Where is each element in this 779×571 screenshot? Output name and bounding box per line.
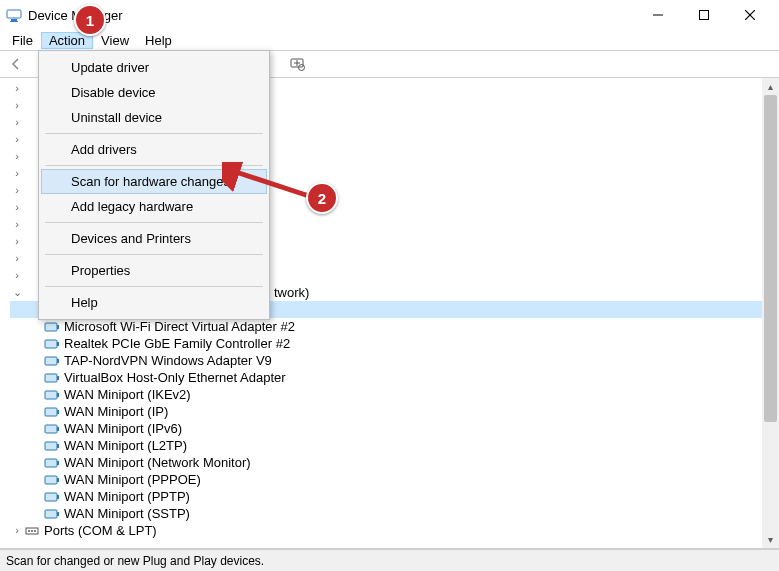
expander-icon[interactable] (10, 250, 24, 267)
svg-rect-25 (45, 442, 57, 450)
svg-rect-4 (700, 11, 709, 20)
menu-separator (45, 165, 263, 166)
menubar: File Action View Help (0, 30, 779, 50)
expander-icon[interactable] (10, 97, 24, 114)
expander-icon[interactable] (10, 114, 24, 131)
menu-properties[interactable]: Properties (41, 258, 267, 283)
tree-label: Microsoft Wi-Fi Direct Virtual Adapter #… (64, 318, 295, 335)
svg-rect-16 (57, 359, 59, 363)
svg-rect-27 (45, 459, 57, 467)
expander-icon[interactable] (10, 267, 24, 284)
scroll-thumb[interactable] (764, 95, 777, 422)
network-adapter-icon (44, 438, 60, 454)
action-menu-dropdown: Update driver Disable device Uninstall d… (38, 50, 270, 320)
tree-item[interactable]: Microsoft Wi-Fi Direct Virtual Adapter #… (10, 318, 779, 335)
tree-item[interactable]: WAN Miniport (SSTP) (10, 505, 779, 522)
network-adapter-icon (44, 336, 60, 352)
svg-rect-2 (10, 21, 18, 22)
svg-rect-29 (45, 476, 57, 484)
expander-icon[interactable] (10, 80, 24, 97)
scan-hardware-icon[interactable] (285, 53, 309, 75)
menu-separator (45, 133, 263, 134)
svg-rect-21 (45, 408, 57, 416)
svg-rect-33 (45, 510, 57, 518)
menu-help[interactable]: Help (41, 290, 267, 315)
tree-item[interactable]: Realtek PCIe GbE Family Controller #2 (10, 335, 779, 352)
tree-label: WAN Miniport (L2TP) (64, 437, 187, 454)
tree-label: twork) (274, 284, 309, 301)
tree-label: WAN Miniport (PPPOE) (64, 471, 201, 488)
svg-rect-31 (45, 493, 57, 501)
svg-rect-1 (11, 19, 17, 21)
menu-update-driver[interactable]: Update driver (41, 55, 267, 80)
network-adapter-icon (44, 421, 60, 437)
status-text: Scan for changed or new Plug and Play de… (6, 554, 264, 568)
menu-view[interactable]: View (93, 32, 137, 49)
tree-label: WAN Miniport (IPv6) (64, 420, 182, 437)
svg-rect-28 (57, 461, 59, 465)
scroll-up-button[interactable]: ▴ (762, 78, 779, 95)
menu-devices-and-printers[interactable]: Devices and Printers (41, 226, 267, 251)
tree-label: TAP-NordVPN Windows Adapter V9 (64, 352, 272, 369)
svg-rect-34 (57, 512, 59, 516)
expander-icon[interactable] (10, 216, 24, 233)
network-adapter-icon (44, 370, 60, 386)
annotation-badge-1: 1 (74, 4, 106, 36)
tree-item[interactable]: VirtualBox Host-Only Ethernet Adapter (10, 369, 779, 386)
tree-label: WAN Miniport (IKEv2) (64, 386, 191, 403)
svg-rect-24 (57, 427, 59, 431)
svg-rect-18 (57, 376, 59, 380)
tree-category-ports[interactable]: Ports (COM & LPT) (10, 522, 779, 539)
tree-item[interactable]: WAN Miniport (Network Monitor) (10, 454, 779, 471)
vertical-scrollbar[interactable]: ▴ ▾ (762, 78, 779, 548)
ports-icon (24, 523, 40, 539)
scroll-track[interactable] (762, 95, 779, 531)
network-adapter-icon (44, 353, 60, 369)
tree-item[interactable]: WAN Miniport (IKEv2) (10, 386, 779, 403)
menu-add-legacy-hardware[interactable]: Add legacy hardware (41, 194, 267, 219)
statusbar: Scan for changed or new Plug and Play de… (0, 549, 779, 571)
tree-item[interactable]: WAN Miniport (PPPOE) (10, 471, 779, 488)
menu-scan-hardware-changes[interactable]: Scan for hardware changes (41, 169, 267, 194)
menu-disable-device[interactable]: Disable device (41, 80, 267, 105)
expander-icon[interactable] (10, 148, 24, 165)
expander-icon[interactable] (10, 233, 24, 250)
menu-file[interactable]: File (4, 32, 41, 49)
menu-add-drivers[interactable]: Add drivers (41, 137, 267, 162)
tree-item[interactable]: TAP-NordVPN Windows Adapter V9 (10, 352, 779, 369)
minimize-button[interactable] (635, 0, 681, 30)
svg-rect-14 (57, 342, 59, 346)
network-adapter-icon (44, 319, 60, 335)
network-adapter-icon (44, 489, 60, 505)
scroll-down-button[interactable]: ▾ (762, 531, 779, 548)
svg-rect-20 (57, 393, 59, 397)
tree-item[interactable]: WAN Miniport (L2TP) (10, 437, 779, 454)
device-manager-icon (6, 7, 22, 23)
svg-rect-13 (45, 340, 57, 348)
svg-rect-19 (45, 391, 57, 399)
expander-icon[interactable] (10, 522, 24, 539)
expander-icon[interactable] (10, 182, 24, 199)
back-button[interactable] (4, 53, 28, 75)
menu-help[interactable]: Help (137, 32, 180, 49)
tree-label: Realtek PCIe GbE Family Controller #2 (64, 335, 290, 352)
svg-point-37 (31, 530, 33, 532)
tree-label: VirtualBox Host-Only Ethernet Adapter (64, 369, 286, 386)
svg-point-36 (28, 530, 30, 532)
tree-item[interactable]: WAN Miniport (PPTP) (10, 488, 779, 505)
menu-uninstall-device[interactable]: Uninstall device (41, 105, 267, 130)
expander-icon[interactable] (10, 131, 24, 148)
svg-rect-17 (45, 374, 57, 382)
expander-icon[interactable] (10, 165, 24, 182)
tree-item[interactable]: WAN Miniport (IPv6) (10, 420, 779, 437)
expander-icon[interactable] (10, 284, 24, 301)
svg-rect-22 (57, 410, 59, 414)
expander-icon[interactable] (10, 199, 24, 216)
tree-item[interactable]: WAN Miniport (IP) (10, 403, 779, 420)
maximize-button[interactable] (681, 0, 727, 30)
svg-rect-12 (57, 325, 59, 329)
close-button[interactable] (727, 0, 773, 30)
tree-label: WAN Miniport (SSTP) (64, 505, 190, 522)
svg-rect-26 (57, 444, 59, 448)
tree-label: WAN Miniport (IP) (64, 403, 168, 420)
